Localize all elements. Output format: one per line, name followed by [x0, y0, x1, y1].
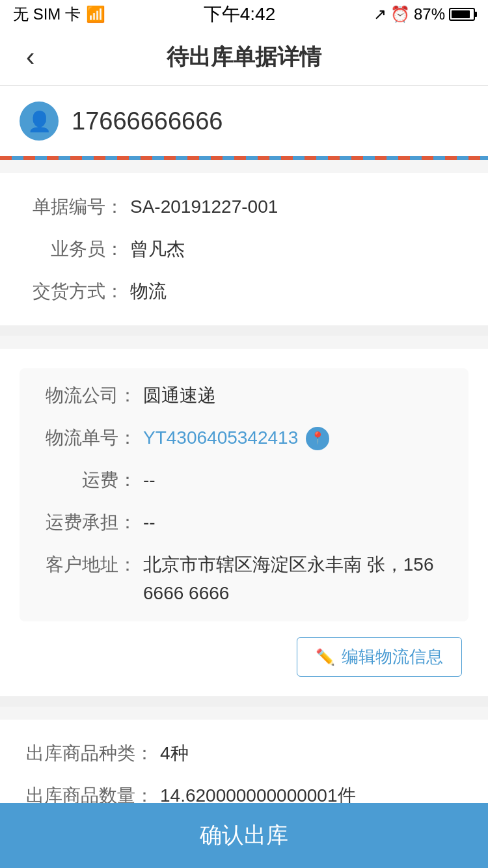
company-label: 物流公司：: [39, 381, 143, 411]
address-value: 北京市市辖区海淀区永丰南 张，156 6666 6666: [143, 550, 449, 609]
order-no-row: 单据编号： SA-20191227-001: [26, 193, 462, 222]
delivery-row: 交货方式： 物流: [26, 277, 462, 306]
alarm-icon: ⏰: [390, 5, 410, 23]
order-no-value: SA-20191227-001: [130, 193, 462, 222]
status-right: ↗ ⏰ 87%: [373, 5, 475, 23]
back-icon: ‹: [26, 42, 34, 71]
carrier-text: 无 SIM 卡: [13, 4, 81, 25]
freight-bearer-row: 运费承担： --: [39, 508, 449, 537]
confirm-text: 确认出库: [200, 821, 288, 850]
edit-btn-row: ✏️ 编辑物流信息: [26, 637, 462, 677]
freight-label: 运费：: [39, 466, 143, 495]
customer-header: 👤 17666666666: [0, 86, 488, 156]
wifi-icon: 📶: [86, 5, 105, 23]
status-left: 无 SIM 卡 📶: [13, 4, 105, 25]
goods-types-row: 出库商品种类： 4种: [26, 739, 462, 768]
edit-btn-label: 编辑物流信息: [342, 645, 443, 668]
gray-sep-1: [0, 325, 488, 336]
battery-percent: 87%: [414, 5, 445, 23]
edit-logistics-button[interactable]: ✏️ 编辑物流信息: [297, 637, 462, 677]
avatar: 👤: [20, 102, 59, 141]
confirm-bar[interactable]: 确认出库: [0, 803, 488, 868]
dashed-divider: [0, 156, 488, 160]
battery-indicator: [449, 8, 475, 21]
gray-sep-2: [0, 696, 488, 707]
company-value: 圆通速递: [143, 381, 449, 411]
tracking-no: YT43064053424​13: [143, 424, 298, 453]
edit-icon: ✏️: [316, 648, 335, 666]
goods-types-value: 4种: [160, 739, 462, 768]
freight-value: --: [143, 466, 449, 495]
freight-bearer-value: --: [143, 508, 449, 537]
customer-phone: 17666666666: [72, 107, 223, 135]
order-info-section: 单据编号： SA-20191227-001 业务员： 曾凡杰 交货方式： 物流: [0, 173, 488, 325]
logistics-card: 物流公司： 圆通速递 物流单号： YT43064053424​13 📍 运费： …: [20, 368, 468, 621]
delivery-label: 交货方式：: [26, 277, 130, 306]
salesman-value: 曾凡杰: [130, 235, 462, 264]
order-no-label: 单据编号：: [26, 193, 130, 222]
back-button[interactable]: ‹: [20, 36, 41, 78]
company-row: 物流公司： 圆通速递: [39, 381, 449, 411]
freight-row: 运费： --: [39, 466, 449, 495]
salesman-label: 业务员：: [26, 235, 130, 264]
address-label: 客户地址：: [39, 550, 143, 580]
tracking-row: 物流单号： YT43064053424​13 📍: [39, 424, 449, 453]
nav-bar: ‹ 待出库单据详情: [0, 29, 488, 86]
address-row: 客户地址： 北京市市辖区海淀区永丰南 张，156 6666 6666: [39, 550, 449, 609]
goods-types-label: 出库商品种类：: [26, 739, 160, 768]
time-display: 下午4:42: [204, 2, 276, 27]
tracking-label: 物流单号：: [39, 424, 143, 453]
tracking-value: YT43064053424​13 📍: [143, 424, 449, 453]
page-title: 待出库单据详情: [167, 42, 321, 72]
location-icon: ↗: [373, 5, 386, 23]
status-bar: 无 SIM 卡 📶 下午4:42 ↗ ⏰ 87%: [0, 0, 488, 29]
delivery-value: 物流: [130, 277, 462, 306]
freight-bearer-label: 运费承担：: [39, 508, 143, 537]
avatar-icon: 👤: [27, 110, 51, 133]
tracking-location-icon[interactable]: 📍: [306, 427, 329, 450]
salesman-row: 业务员： 曾凡杰: [26, 235, 462, 264]
logistics-section: 物流公司： 圆通速递 物流单号： YT43064053424​13 📍 运费： …: [0, 349, 488, 696]
